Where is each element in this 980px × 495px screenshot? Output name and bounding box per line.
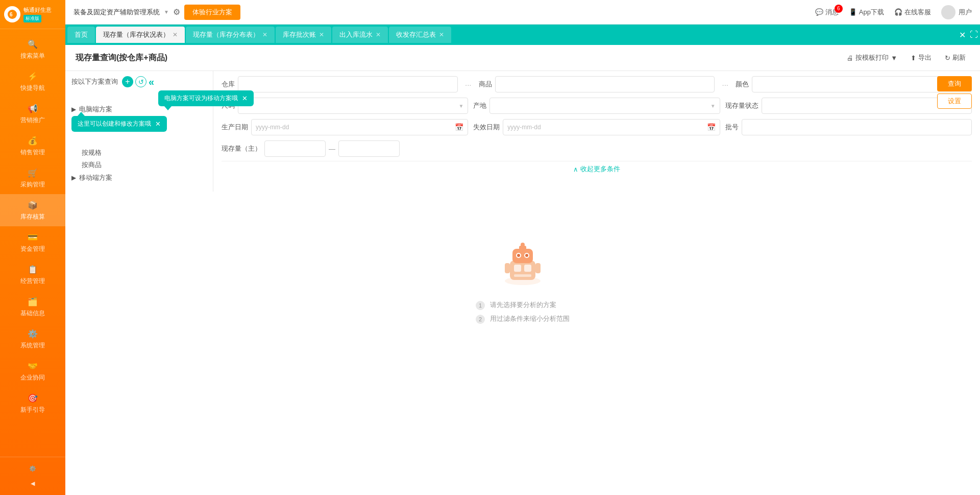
add-scheme-btn[interactable]: + (122, 76, 133, 87)
sidebar-item-guide[interactable]: 🎯 新手引导 (0, 387, 65, 419)
tab-close-batch-account[interactable]: ✕ (319, 31, 324, 38)
logo-badge: 标准版 (23, 15, 41, 22)
warehouse-dots[interactable]: ··· (463, 80, 474, 89)
trial-btn[interactable]: 体验行业方案 (184, 5, 240, 20)
warehouse-input[interactable] (238, 76, 458, 92)
tab-batch-account[interactable]: 库存批次账 ✕ (276, 27, 331, 43)
print-template-btn[interactable]: 🖨 按模板打印 ▼ (843, 51, 901, 64)
tab-in-out-flow[interactable]: 出入库流水 ✕ (332, 27, 388, 43)
set-btn[interactable]: 设置 (937, 93, 972, 109)
empty-step-2: 2 用过滤条件来缩小分析范围 (476, 314, 570, 324)
online-support-label: 在线客服 (904, 8, 931, 17)
sidebar-item-finance[interactable]: 💳 资金管理 (0, 226, 65, 258)
tabs-fullscreen-icon[interactable]: ⛶ (970, 30, 978, 39)
product-label: 商品 (479, 80, 492, 89)
topbar-message[interactable]: 💬 消息 6 (815, 8, 839, 17)
scheme-mobile-arrow-icon: ▶ (71, 174, 76, 181)
topbar-user[interactable]: 用户 (941, 5, 972, 19)
search-menu-icon: 🔍 (27, 38, 38, 50)
stock-status-field: 现存量状态 ▼ (725, 98, 972, 114)
sidebar-item-inventory[interactable]: 📦 库存核算 (0, 194, 65, 226)
inventory-icon: 📦 (27, 199, 38, 210)
tooltip2-close[interactable]: ✕ (155, 120, 161, 128)
topbar-online-support[interactable]: 🎧 在线客服 (894, 8, 931, 17)
tooltip1-arrow (164, 106, 172, 110)
qty-label: 现存量（主） (222, 144, 261, 153)
step2-text: 用过滤条件来缩小分析范围 (490, 314, 570, 323)
back-btn[interactable]: « (149, 77, 154, 87)
refresh-btn[interactable]: ↻ 刷新 (941, 51, 970, 64)
sidebar-logo: 6 畅通好生意 标准版 (0, 0, 65, 29)
product-input[interactable] (495, 76, 715, 92)
batch-input[interactable] (742, 119, 972, 135)
tab-close-inventory-status[interactable]: ✕ (173, 31, 178, 38)
filter-row-4: 现存量（主） — (222, 140, 972, 157)
scheme-items-desktop: 按规格 按商品 (71, 147, 207, 171)
svg-point-13 (525, 254, 528, 257)
content-inner: 现存量查询(按仓库+商品) 🖨 按模板打印 ▼ ⬆ 导出 ↻ (65, 45, 980, 495)
produce-date-cal-icon[interactable]: 📅 (455, 123, 463, 131)
tab-home[interactable]: 首页 (67, 27, 95, 43)
logo-text: 畅通好生意 (23, 6, 52, 13)
tooltip1-close[interactable]: ✕ (242, 95, 248, 102)
topbar-app-download[interactable]: 📱 App下载 (849, 8, 884, 17)
filter-fields-area: 仓库 ··· 商品 ··· 颜色 (213, 71, 980, 192)
size-select[interactable]: ▼ (238, 98, 468, 114)
sidebar-item-base-info[interactable]: 🗂️ 基础信息 (0, 291, 65, 323)
tab-inventory-dist[interactable]: 现存量（库存分布表） ✕ (186, 27, 275, 43)
topbar-settings-icon[interactable]: ⚙ (173, 7, 180, 17)
search-btn[interactable]: 查询 (937, 76, 972, 91)
marketing-icon: 📢 (27, 103, 38, 114)
qty-min-input[interactable] (264, 140, 326, 157)
product-field: 商品 (479, 76, 715, 92)
operations-icon: 📋 (27, 264, 38, 275)
collapse-btn[interactable]: ∧ 收起更多条件 (222, 161, 972, 177)
message-badge: 6 (835, 5, 843, 13)
main-area: 装备及固定资产辅助管理系统 ▼ ⚙ 体验行业方案 💬 消息 6 📱 App下载 … (65, 0, 980, 495)
scheme-item-desktop-2[interactable]: 按商品 (71, 159, 207, 171)
expire-date-input[interactable]: yyyy-mm-dd 📅 (503, 119, 720, 135)
filter-controls: + ↺ « (122, 76, 154, 87)
sidebar-item-search-menu[interactable]: 🔍 搜索菜单 (0, 33, 65, 65)
filter-scheme-area: 按以下方案查询 + ↺ « 电脑方案可设为移动方案哦 (65, 71, 980, 192)
print-arrow-icon: ▼ (891, 54, 897, 62)
stock-status-label: 现存量状态 (725, 101, 758, 110)
headset-icon: 🎧 (894, 8, 902, 16)
tab-close-in-out-flow[interactable]: ✕ (376, 31, 381, 38)
enterprise-icon: 🤝 (27, 360, 38, 371)
expire-date-cal-icon[interactable]: 📅 (707, 123, 716, 131)
phone-icon: 📱 (849, 8, 857, 16)
sidebar-item-purchase[interactable]: 🛒 采购管理 (0, 162, 65, 194)
produce-date-placeholder: yyyy-mm-dd (256, 124, 289, 131)
sidebar-bottom-collapse[interactable]: ◀ (0, 476, 65, 491)
sidebar-item-operations[interactable]: 📋 经营管理 (0, 258, 65, 291)
sidebar-nav: 🔍 搜索菜单 ⚡ 快捷导航 📢 营销推广 💰 销售管理 🛒 采购管理 📦 (0, 29, 65, 457)
sidebar-item-quick-nav[interactable]: ⚡ 快捷导航 (0, 65, 65, 98)
tabs-close-all-icon[interactable]: ✕ (959, 30, 966, 40)
topbar-actions: 💬 消息 6 📱 App下载 🎧 在线客服 用户 (815, 5, 972, 19)
produce-date-input[interactable]: yyyy-mm-dd 📅 (251, 119, 468, 135)
quick-nav-icon: ⚡ (27, 70, 38, 82)
settings-icon: ⚙️ (29, 465, 36, 472)
topbar-system: 装备及固定资产辅助管理系统 ▼ ⚙ 体验行业方案 (74, 5, 809, 20)
export-btn[interactable]: ⬆ 导出 (906, 51, 936, 64)
qty-max-input[interactable] (338, 140, 400, 157)
tab-close-receive-send[interactable]: ✕ (439, 31, 444, 38)
reset-scheme-btn[interactable]: ↺ (135, 76, 146, 87)
product-dots[interactable]: ··· (720, 80, 730, 89)
tab-receive-send[interactable]: 收发存汇总表 ✕ (389, 27, 451, 43)
qty-field: 现存量（主） — (222, 140, 400, 157)
scheme-mobile-header[interactable]: ▶ 移动端方案 (71, 171, 207, 184)
sidebar-item-sys-manage[interactable]: ⚙️ 系统管理 (0, 323, 65, 355)
filter-header-row: 按以下方案查询 + ↺ « (71, 76, 207, 87)
scheme-item-desktop-1[interactable]: 按规格 (71, 147, 207, 159)
tabs-bar: 首页 现存量（库存状况表） ✕ 现存量（库存分布表） ✕ 库存批次账 ✕ 出入库… (65, 25, 980, 45)
tab-inventory-status[interactable]: 现存量（库存状况表） ✕ (96, 27, 185, 43)
tab-close-inventory-dist[interactable]: ✕ (262, 31, 267, 38)
origin-select[interactable]: ▼ (489, 98, 720, 114)
tooltip1-container: 电脑方案可设为移动方案哦 ✕ (158, 90, 254, 106)
sidebar-item-enterprise[interactable]: 🤝 企业协同 (0, 355, 65, 387)
sidebar-item-sales[interactable]: 💰 销售管理 (0, 130, 65, 162)
sidebar-bottom-settings[interactable]: ⚙️ (0, 461, 65, 476)
sidebar-item-marketing[interactable]: 📢 营销推广 (0, 98, 65, 130)
